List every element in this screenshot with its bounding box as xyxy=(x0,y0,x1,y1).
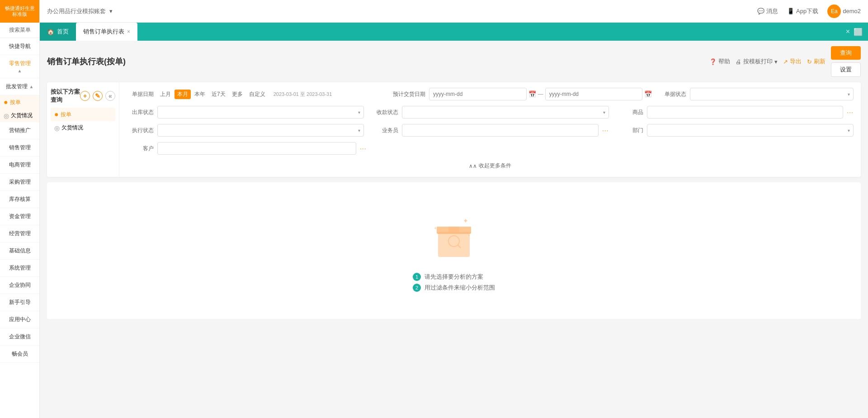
hint-num-2: 2 xyxy=(413,284,421,292)
message-action[interactable]: 💬 消息 xyxy=(757,7,778,15)
app-download-action[interactable]: 📱 App下载 xyxy=(787,7,818,15)
collapse-sidebar-button[interactable]: « xyxy=(105,91,115,101)
logo-text: 畅捷通好生意 xyxy=(5,5,35,11)
goods-more-icon[interactable]: ··· xyxy=(847,109,854,116)
tab-close-icon[interactable]: × xyxy=(127,28,130,35)
collapse-button[interactable]: ∧∧ 收起更多条件 xyxy=(127,160,854,171)
search-menu[interactable]: 搜索菜单 xyxy=(0,23,39,38)
filter-scheme-sidebar: 按以下方案查询 + ✎ « ● 按单 ◎ 欠货情况 xyxy=(47,82,119,177)
sidebar-item-operations[interactable]: 经营管理 xyxy=(0,225,39,242)
export-action[interactable]: ↗ 导出 xyxy=(783,57,802,66)
out-status-select-wrapper: ▾ xyxy=(157,106,364,119)
exec-status-select[interactable] xyxy=(157,124,364,137)
date-range-display: 2023-03-01 至 2023-03-31 xyxy=(274,91,332,98)
field-salesman: 业务员 ··· xyxy=(371,124,609,137)
user-profile[interactable]: Ea demo2 xyxy=(827,5,861,18)
filter-sidebar-header: 按以下方案查询 + ✎ « xyxy=(51,88,115,104)
page-content: 销售订单执行表(按单) ❓ 帮助 🖨 按模板打印 ▾ ↗ 导出 ↻ 刷新 xyxy=(40,41,868,418)
empty-hints: 1 请先选择要分析的方案 2 用过滤条件来缩小分析范围 xyxy=(413,273,495,292)
salesman-input[interactable] xyxy=(402,124,599,137)
print-label: 按模板打印 xyxy=(743,57,773,66)
search-button[interactable]: 查询 xyxy=(831,46,861,60)
sidebar-item-system[interactable]: 系统管理 xyxy=(0,260,39,277)
scheme-label: 按单 xyxy=(61,111,71,119)
calendar-icon-2[interactable]: 📅 xyxy=(644,90,652,98)
sidebar-sub-item-按单[interactable]: ● 按单 xyxy=(0,95,39,109)
customer-input[interactable] xyxy=(157,142,356,155)
refresh-icon: ↻ xyxy=(807,58,812,65)
sidebar-item-retail[interactable]: 零售管理 ▲ xyxy=(0,55,39,78)
sidebar-item-app-center[interactable]: 应用中心 xyxy=(0,311,39,328)
exec-status-label: 执行状态 xyxy=(127,127,154,134)
sidebar-item-wholesale[interactable]: 批发管理 ▲ xyxy=(0,78,39,95)
add-scheme-button[interactable]: + xyxy=(80,91,90,101)
settings-button[interactable]: 设置 xyxy=(831,62,861,77)
date-tab-更多[interactable]: 更多 xyxy=(229,90,245,99)
chevron-icon: ▲ xyxy=(18,68,22,73)
field-date: 单据日期 上月 本月 本年 近7天 更多 自定义 2023-03-01 至 20… xyxy=(127,90,386,99)
doc-status-label: 单据状态 xyxy=(659,90,686,98)
print-action[interactable]: 🖨 按模板打印 ▾ xyxy=(736,57,778,66)
sidebar-item-label: 快捷导航 xyxy=(9,43,31,50)
sidebar-item-basic-info[interactable]: 基础信息 xyxy=(0,242,39,260)
sidebar-item-inventory[interactable]: 库存核算 xyxy=(0,191,39,208)
sidebar-sub-item-欠货情况[interactable]: ◎ 欠货情况 xyxy=(0,109,39,122)
filter-sidebar-title: 按以下方案查询 xyxy=(51,88,80,104)
message-label: 消息 xyxy=(766,7,778,15)
sidebar-item-label: 营销推广 xyxy=(9,127,31,134)
sidebar-item-sales[interactable]: 销售管理 xyxy=(0,139,39,157)
edit-scheme-button[interactable]: ✎ xyxy=(93,91,103,101)
date-tab-近7天[interactable]: 近7天 xyxy=(209,90,228,99)
date-tab-上月[interactable]: 上月 xyxy=(157,90,174,99)
receive-status-select[interactable] xyxy=(402,106,609,119)
field-department: 部门 ▾ xyxy=(616,124,854,137)
svg-text:✦: ✦ xyxy=(467,233,471,238)
doc-status-select[interactable] xyxy=(690,88,854,100)
date-tab-自定义[interactable]: 自定义 xyxy=(246,90,268,99)
goods-label: 商品 xyxy=(616,109,643,116)
sidebar-item-label: 企业微信 xyxy=(9,333,31,341)
department-select[interactable] xyxy=(647,124,854,137)
field-doc-status: 单据状态 ▾ xyxy=(659,88,854,100)
tab-home[interactable]: 🏠 首页 xyxy=(40,23,76,41)
sidebar-item-wechat[interactable]: 企业微信 xyxy=(0,328,39,346)
customer-more-icon[interactable]: ··· xyxy=(360,145,367,152)
scheme-item-欠货情况[interactable]: ◎ 欠货情况 xyxy=(51,121,115,134)
salesman-more-icon[interactable]: ··· xyxy=(602,127,609,134)
goods-input[interactable] xyxy=(647,106,844,119)
sidebar-item-enterprise[interactable]: 企业协同 xyxy=(0,277,39,294)
sidebar-item-marketing[interactable]: 营销推广 xyxy=(0,122,39,139)
sidebar-item-ecommerce[interactable]: 电商管理 xyxy=(0,157,39,174)
breadcrumb-arrow-icon[interactable]: ▾ xyxy=(109,8,113,14)
refresh-action[interactable]: ↻ 刷新 xyxy=(807,57,826,66)
sidebar-item-label: 基础信息 xyxy=(9,247,31,255)
out-status-select[interactable] xyxy=(157,106,364,119)
active-dot-icon: ● xyxy=(54,110,59,119)
export-icon: ↗ xyxy=(783,58,788,65)
tab-sales-order[interactable]: 销售订单执行表 × xyxy=(76,23,137,41)
sidebar-item-member[interactable]: 畅会员 xyxy=(0,346,39,363)
sidebar-item-label: 企业协同 xyxy=(9,281,31,289)
app-logo[interactable]: 畅捷通好生意 标准版 xyxy=(0,0,39,23)
sidebar-item-purchase[interactable]: 采购管理 xyxy=(0,174,39,191)
avatar-initials: Ea xyxy=(831,8,838,14)
help-action[interactable]: ❓ 帮助 xyxy=(709,57,730,66)
scheme-item-按单[interactable]: ● 按单 xyxy=(51,108,115,121)
sidebar-item-newbie[interactable]: 新手引导 xyxy=(0,294,39,311)
expected-date-end[interactable] xyxy=(545,88,643,100)
sub-item-label: 欠货情况 xyxy=(11,112,33,119)
tab-bar: 🏠 首页 销售订单执行表 × × ⬜ xyxy=(40,23,868,41)
user-name: demo2 xyxy=(843,8,861,14)
window-restore-icon[interactable]: ⬜ xyxy=(854,28,863,36)
sidebar-item-finance[interactable]: 资金管理 xyxy=(0,208,39,225)
expected-date-start[interactable] xyxy=(429,88,527,100)
empty-illustration: ✦ ✦ ✦ xyxy=(427,209,481,264)
expected-date-label: 预计交货日期 xyxy=(393,90,425,98)
date-tab-本月[interactable]: 本月 xyxy=(175,90,191,99)
window-close-icon[interactable]: × xyxy=(846,28,850,36)
date-tab-本年[interactable]: 本年 xyxy=(192,90,208,99)
logo-subtext: 标准版 xyxy=(12,11,27,17)
calendar-icon-1[interactable]: 📅 xyxy=(528,90,536,98)
field-receive-status: 收款状态 ▾ xyxy=(371,106,609,119)
sidebar-item-quick-nav[interactable]: 快捷导航 xyxy=(0,38,39,55)
